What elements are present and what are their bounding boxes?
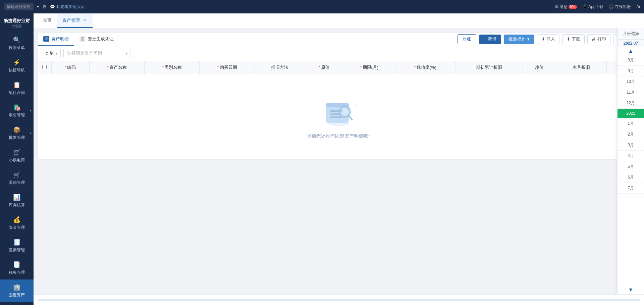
sidebar-item-ecommerce[interactable]: 🛒 小畅电商 — [0, 145, 34, 167]
sidebar-item-project[interactable]: 📋 项目合同 — [0, 77, 34, 100]
sidebar-item-nav[interactable]: ⚡ 快捷导航 — [0, 55, 34, 77]
filter-bar: 类别 ▾ 选择固定资产类别 ▾ — [38, 46, 640, 61]
title-dropdown[interactable]: ▾ — [37, 4, 39, 9]
month-panel-header: 月份选择 — [618, 28, 644, 40]
month-item-1[interactable]: 1月 — [618, 118, 644, 129]
col-category: *类别名称 — [145, 61, 200, 74]
online-service-button[interactable]: 🎧 在线客服 — [609, 4, 631, 10]
app-icon: 📱 — [582, 4, 587, 9]
sub-tab-detail[interactable]: 资产明细 — [38, 33, 74, 46]
user-name: Ai — [636, 4, 640, 9]
voucher-icon — [81, 37, 84, 41]
svg-rect-11 — [330, 116, 342, 118]
nav-icon: ⚡ — [13, 59, 20, 66]
print-button[interactable]: 🖨 打印 — [587, 34, 610, 44]
import-label: 导入 — [546, 36, 555, 42]
scroll-bar-area — [38, 299, 640, 301]
settings-icon[interactable]: ⚙ — [42, 4, 47, 9]
empty-cell: 当前您还没有固定资产明细哦~ — [38, 74, 640, 160]
col-accumulated: 期初累计折旧 — [455, 61, 523, 74]
tab-asset-label: 资产管理 — [62, 17, 80, 23]
col-period: *期限(月) — [343, 61, 395, 74]
sidebar-item-inventory[interactable]: 📊 库存核算 — [0, 190, 34, 212]
svg-point-17 — [357, 107, 358, 108]
page-content: 资产明细 变更生成凭证 对 — [34, 28, 644, 294]
sidebar-label-retail: 零售管理 — [9, 112, 25, 118]
month-item-7[interactable]: 7月 — [618, 183, 644, 194]
month-panel: 月份选择 2022.07 ▲ 8月 9月 10月 11月 12月 2023 1月… — [617, 28, 644, 294]
fixedasset-icon: 🏢 — [13, 284, 20, 291]
svg-rect-3 — [81, 38, 84, 40]
tab-home[interactable]: 首页 — [38, 13, 57, 28]
month-item-4[interactable]: 4月 — [618, 151, 644, 161]
batch-button[interactable]: 批量操作 ▾ — [504, 35, 534, 44]
month-item-11[interactable]: 11月 — [618, 87, 644, 98]
main-layout: 畅捷通好业财 专业版 🔍 搜索菜单 ⚡ 快捷导航 📋 项目合同 🛍️ 零售管理 … — [0, 13, 644, 305]
sidebar-label-invoice: 发票管理 — [9, 247, 25, 253]
month-item-5[interactable]: 5月 — [618, 161, 644, 172]
table-container: *编码 *资产名称 *类别名称 *购买日期 折旧方法 *原值 *期限(月) *残… — [38, 61, 640, 159]
tab-asset[interactable]: 资产管理 ✕ — [57, 13, 93, 28]
download-button[interactable]: ⬇ 下载 — [562, 34, 585, 44]
col-name: *资产名称 — [89, 61, 144, 74]
empty-state: 当前您还没有固定资产明细哦~ — [38, 74, 640, 159]
month-item-9[interactable]: 9月 — [618, 66, 644, 77]
month-item-6[interactable]: 6月 — [618, 172, 644, 183]
import-icon: ⬇ — [541, 37, 545, 42]
logo-sub: 专业版 — [3, 24, 31, 29]
sub-panel: 资产明细 变更生成凭证 对 — [38, 32, 640, 160]
checkbox-header — [38, 61, 51, 74]
sidebar-item-search[interactable]: 🔍 搜索菜单 — [0, 32, 34, 55]
sidebar-item-invoice[interactable]: 🧾 发票管理 — [0, 235, 34, 257]
assets-table: *编码 *资产名称 *类别名称 *购买日期 折旧方法 *原值 *期限(月) *残… — [38, 61, 640, 159]
reconcile-button[interactable]: 对账 — [458, 34, 476, 44]
download-label: 下载 — [572, 36, 580, 42]
content-area: 首页 资产管理 ✕ — [34, 13, 644, 305]
month-item-2[interactable]: 2月 — [618, 129, 644, 140]
invoice-icon: 🧾 — [13, 239, 20, 246]
select-all-checkbox[interactable] — [42, 65, 47, 69]
logo-text: 畅捷通好业财 — [3, 18, 31, 24]
bottom-bar — [34, 294, 644, 305]
message-icon: ✉ — [555, 4, 558, 9]
category-input[interactable]: 选择固定资产类别 ▾ — [63, 49, 130, 58]
sidebar-item-tax[interactable]: 📑 税务管理 — [0, 257, 34, 279]
month-nav-up[interactable]: ▲ — [618, 47, 644, 55]
message-badge: 99+ — [569, 5, 577, 9]
sidebar-item-finance[interactable]: 💰 资金管理 — [0, 212, 34, 235]
print-icon: 🖨 — [592, 37, 596, 42]
month-item-8[interactable]: 8月 — [618, 55, 644, 66]
month-item-12[interactable]: 12月 — [618, 98, 644, 109]
add-icon: + — [484, 37, 486, 42]
tab-asset-close[interactable]: ✕ — [82, 18, 87, 23]
sidebar-item-fixedasset[interactable]: 🏢 固定资产 — [0, 279, 34, 302]
sidebar-label-nav: 快捷导航 — [9, 67, 25, 73]
list-icon — [45, 37, 48, 41]
sidebar-label-search: 搜索菜单 — [9, 45, 25, 51]
message-button[interactable]: ✉ 消息 99+ — [555, 4, 577, 10]
sidebar-label-wholesale: 批发管理 — [9, 135, 25, 141]
sidebar-label-purchase: 采购管理 — [9, 180, 25, 186]
tab-bar: 首页 资产管理 ✕ — [34, 13, 644, 28]
demo-link[interactable]: 💬 我要看实例演示 — [50, 4, 85, 10]
add-button[interactable]: + 新增 — [479, 35, 501, 44]
svg-rect-2 — [45, 40, 48, 40]
import-button[interactable]: ⬇ 导入 — [537, 34, 559, 44]
sub-tab-voucher[interactable]: 变更生成凭证 — [74, 33, 119, 46]
category-type-arrow: ▾ — [56, 51, 58, 56]
month-item-10[interactable]: 10月 — [618, 77, 644, 87]
sidebar-logo: 畅捷通好业财 专业版 — [0, 13, 34, 32]
sub-tab-detail-label: 资产明细 — [51, 36, 69, 42]
sidebar-item-purchase[interactable]: 🛒 采购管理 — [0, 167, 34, 190]
app-download-button[interactable]: 📱 App下载 — [582, 4, 603, 10]
sidebar-item-wholesale[interactable]: 📦 批发管理 ▾ — [0, 122, 34, 145]
sidebar-item-retail[interactable]: 🛍️ 零售管理 ▾ — [0, 100, 34, 122]
download-icon: ⬇ — [567, 37, 570, 42]
col-monthly: 本月折旧 — [556, 61, 606, 74]
month-item-3[interactable]: 3月 — [618, 140, 644, 151]
month-nav-down[interactable]: ▼ — [618, 286, 644, 294]
tax-icon: 📑 — [13, 261, 20, 268]
sidebar-item-salary[interactable]: 💵 工资 — [0, 302, 34, 305]
inventory-icon: 📊 — [13, 194, 20, 201]
category-type-select[interactable]: 类别 ▾ — [42, 49, 61, 58]
